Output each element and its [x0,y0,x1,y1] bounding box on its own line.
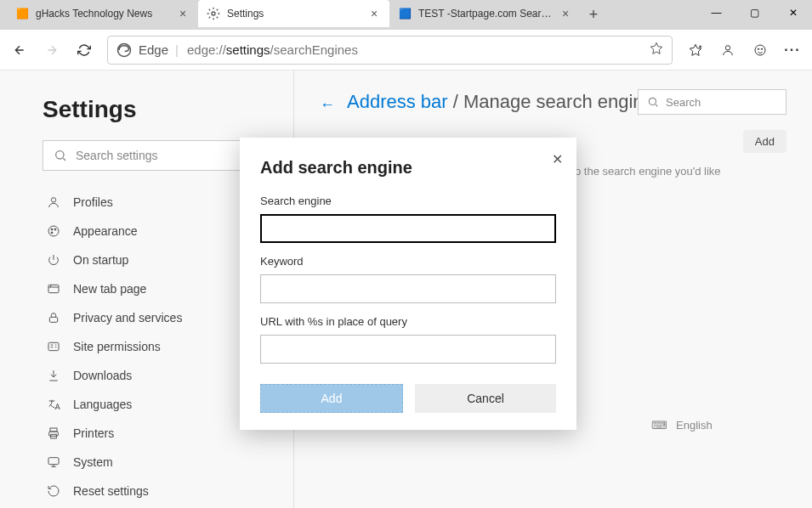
minimize-button[interactable]: — [697,0,735,25]
appearance-icon [46,223,61,239]
refresh-button[interactable] [70,36,99,65]
svg-point-10 [54,229,56,230]
breadcrumb-back-button[interactable]: ← [320,96,335,114]
tab-title: gHacks Technology News [36,8,169,20]
close-button[interactable]: ✕ [774,0,812,25]
settings-title: Settings [43,96,251,123]
titlebar: 🟧 gHacks Technology News × Settings × 🟦 … [0,0,812,30]
svg-rect-12 [48,285,59,292]
sidebar-item-label: System [73,455,113,469]
sidebar-item-system[interactable]: System [43,448,251,477]
sidebar-item-label: Site permissions [73,340,161,353]
dialog-cancel-button[interactable]: Cancel [415,384,556,413]
forward-button[interactable] [37,36,66,65]
close-icon[interactable]: × [559,7,572,20]
sidebar-item-printers[interactable]: Printers [43,419,251,448]
newtab-icon [46,281,61,296]
label-url: URL with %s in place of query [260,315,556,328]
feedback-button[interactable] [746,36,775,65]
label-search-engine: Search engine [260,195,556,207]
input-keyword[interactable] [260,274,556,303]
input-url[interactable] [260,335,556,364]
sidebar-item-label: New tab page [73,282,146,296]
gear-icon [207,7,220,20]
profile-button[interactable] [713,36,742,65]
add-engine-button[interactable]: Add [743,130,786,153]
svg-point-11 [51,232,53,234]
sidebar-item-label: Printers [73,426,114,440]
toolbar: Edge | edge://settings/searchEngines ··· [0,30,812,71]
dialog-title: Add search engine [260,158,556,178]
sidebar-item-label: Profiles [73,195,113,209]
back-button[interactable] [5,36,34,65]
svg-rect-15 [50,428,57,432]
settings-search-placeholder: Search settings [76,149,158,162]
favorites-button[interactable] [681,36,710,65]
svg-point-5 [761,48,762,49]
language-icon [46,397,61,412]
sidebar-item-label: Appearance [73,224,138,238]
system-icon [46,454,61,470]
lang-fragment: ⌨English [651,419,713,432]
svg-rect-18 [48,458,59,465]
label-keyword: Keyword [260,255,556,268]
breadcrumb-link[interactable]: Address bar [347,91,448,112]
svg-rect-13 [49,317,57,322]
sidebar-item-site-permissions[interactable]: Site permissions [43,332,251,361]
sidebar-item-languages[interactable]: Languages [43,390,251,419]
tab-settings[interactable]: Settings × [198,0,389,27]
svg-point-2 [725,45,730,49]
new-tab-button[interactable]: + [581,0,606,30]
maximize-button[interactable]: ▢ [735,0,774,25]
svg-point-7 [51,198,55,202]
reset-icon [46,483,61,499]
hint-text: o the search engine you'd like [575,165,786,178]
dialog-close-button[interactable]: ✕ [552,151,563,167]
svg-point-0 [212,12,215,15]
add-search-engine-dialog: ✕ Add search engine Search engine Keywor… [240,138,576,430]
sidebar-item-on-startup[interactable]: On startup [43,246,251,274]
svg-point-8 [48,226,59,236]
power-icon [46,252,61,268]
address-bar[interactable]: Edge | edge://settings/searchEngines [107,36,673,65]
sidebar-item-appearance[interactable]: Appearance [43,217,251,246]
sidebar-item-label: Reset settings [73,484,149,498]
settings-search[interactable]: Search settings [43,140,251,171]
breadcrumb-current: Manage search engines [463,91,663,112]
dialog-add-button[interactable]: Add [260,384,403,413]
sidebar-item-label: Downloads [73,369,132,382]
tab-ghacks[interactable]: 🟧 gHacks Technology News × [7,0,198,27]
sidebar-item-label: On startup [73,253,128,267]
svg-rect-14 [48,342,59,350]
sidebar-item-privacy-and-services[interactable]: Privacy and services [43,303,251,332]
sidebar-item-profiles[interactable]: Profiles [43,188,251,217]
startpage-icon: 🟦 [398,7,412,20]
tab-title: TEST -Startpage.com Search resu [418,8,552,20]
breadcrumb: Address bar / Manage search engines [347,91,663,113]
svg-point-20 [649,98,656,104]
search-icon [54,149,67,162]
sidebar-item-label: Privacy and services [73,311,182,325]
ghacks-icon: 🟧 [15,7,29,20]
tab-strip: 🟧 gHacks Technology News × Settings × 🟦 … [7,0,606,30]
sidebar-item-new-tab-page[interactable]: New tab page [43,274,251,303]
download-icon [46,368,61,383]
favorite-icon[interactable] [650,42,663,59]
person-icon [46,195,61,210]
site-identity: Edge | [116,42,179,58]
printer-icon [46,426,61,441]
sidebar-item-downloads[interactable]: Downloads [43,361,251,390]
more-button[interactable]: ··· [778,36,807,65]
tab-startpage[interactable]: 🟦 TEST -Startpage.com Search resu × [389,0,581,27]
sidebar-item-label: Languages [73,398,132,411]
tab-title: Settings [227,8,361,20]
lock-icon [46,310,61,325]
input-search-engine[interactable] [260,214,556,243]
edge-label: Edge [139,42,168,57]
sidebar-item-reset-settings[interactable]: Reset settings [43,477,251,505]
close-icon[interactable]: × [367,7,381,20]
permissions-icon [46,339,61,354]
close-icon[interactable]: × [176,7,190,20]
engines-search[interactable]: Search [638,89,786,115]
svg-point-9 [51,229,53,230]
